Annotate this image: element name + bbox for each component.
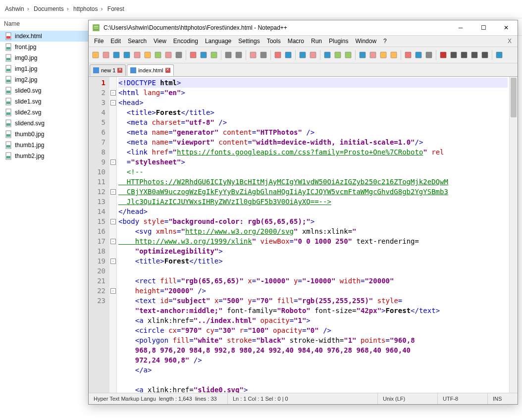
breadcrumb-seg[interactable]: Documents — [32, 5, 66, 12]
file-row[interactable]: img2.jpg — [0, 74, 88, 85]
close-button[interactable]: ✕ — [495, 20, 518, 35]
menu-file[interactable]: File — [91, 36, 107, 47]
vertical-scrollbar[interactable] — [509, 77, 518, 394]
tab-close-icon[interactable] — [165, 68, 170, 73]
file-row[interactable]: slidend.svg — [0, 118, 88, 129]
toolbar-button[interactable] — [259, 50, 268, 60]
toolbar-button[interactable] — [389, 50, 399, 60]
code-line[interactable]: <html lang="en"> — [118, 88, 508, 98]
file-row[interactable]: index.html — [0, 31, 88, 42]
minimize-button[interactable]: ─ — [449, 20, 472, 35]
menu-help[interactable]: ? — [380, 36, 390, 47]
toolbar-button[interactable] — [163, 50, 173, 60]
toolbar-button[interactable] — [459, 50, 469, 60]
fold-toggle[interactable]: - — [110, 189, 116, 195]
code-line[interactable]: </a> — [118, 365, 508, 375]
code-line[interactable]: <head> — [118, 98, 508, 107]
menu-tools[interactable]: Tools — [263, 36, 284, 47]
toolbar-button[interactable] — [333, 50, 343, 60]
code-line[interactable]: Jlc3QuIiAzICJUYWxsIHRyZWVzIl0gbGF5b3V0Oi… — [118, 197, 508, 207]
menu-run[interactable]: Run — [308, 36, 325, 47]
toolbar-button[interactable] — [494, 50, 504, 60]
code-line[interactable]: <a xlink:href="../index.html" opacity="1… — [118, 315, 508, 325]
menu-close-x[interactable]: X — [504, 36, 516, 47]
toolbar-button[interactable] — [223, 50, 233, 60]
toolbar-button[interactable] — [248, 50, 258, 60]
editor-tab[interactable]: new 1 — [90, 64, 126, 76]
file-row[interactable]: slide1.svg — [0, 96, 88, 107]
file-row[interactable]: thumb1.jpg — [0, 140, 88, 151]
menu-view[interactable]: View — [150, 36, 170, 47]
toolbar-button[interactable] — [480, 50, 490, 60]
code-line[interactable]: <svg xmlns="http://www.w3.org/2000/svg" … — [118, 226, 508, 236]
menu-encoding[interactable]: Encoding — [170, 36, 202, 47]
code-line[interactable]: <meta name="viewport" content="width=dev… — [118, 137, 508, 147]
editor-tab[interactable]: index.html — [127, 64, 173, 76]
code-line[interactable]: <!DOCTYPE html> — [118, 78, 508, 88]
file-row[interactable]: slide0.svg — [0, 85, 88, 96]
menu-search[interactable]: Search — [124, 36, 150, 47]
toolbar-button[interactable] — [273, 50, 283, 60]
code-line[interactable] — [118, 375, 508, 385]
breadcrumb-seg[interactable]: Ashwin — [3, 5, 26, 12]
code-line[interactable]: "optimizeLegibility"> — [118, 246, 508, 256]
code-line[interactable]: 968,8 976,20 984,8 992,8 980,24 992,40 9… — [118, 345, 508, 355]
code-line[interactable]: <rect fill="rgb(65,65,65)" x="-10000" y=… — [118, 276, 508, 286]
file-row[interactable]: front.jpg — [0, 42, 88, 52]
toolbar-button[interactable] — [122, 50, 132, 60]
menu-window[interactable]: Window — [352, 36, 380, 47]
toolbar-button[interactable] — [234, 50, 244, 60]
menu-settings[interactable]: Settings — [235, 36, 263, 47]
fold-toggle[interactable]: - — [110, 288, 116, 294]
toolbar-button[interactable] — [343, 50, 353, 60]
fold-toggle[interactable]: - — [110, 219, 116, 224]
editor-area[interactable]: 1234567891011121314151617181920212223 --… — [89, 77, 518, 394]
toolbar-button[interactable] — [438, 50, 448, 60]
toolbar-button[interactable] — [209, 50, 219, 60]
code-line[interactable]: http://www.w3.org/1999/xlink" viewBox="0… — [118, 236, 508, 246]
toolbar-button[interactable] — [322, 50, 332, 60]
tab-close-icon[interactable] — [117, 68, 122, 73]
explorer-breadcrumb[interactable]: Ashwin› Documents› httphotos› Forest — [0, 0, 522, 18]
fold-toggle[interactable]: - — [110, 100, 116, 105]
toolbar-button[interactable] — [283, 50, 293, 60]
code-line[interactable]: <link href="https://fonts.googleapis.com… — [118, 147, 508, 157]
code-line[interactable]: <polygon fill="white" stroke="black" str… — [118, 335, 508, 345]
toolbar-button[interactable] — [188, 50, 198, 60]
fold-toggle[interactable]: - — [110, 159, 116, 165]
scrollbar-thumb[interactable] — [511, 78, 517, 117]
code-line[interactable]: <title>Forest</title> — [118, 107, 508, 117]
breadcrumb-seg[interactable]: httphotos — [71, 5, 100, 12]
toolbar-button[interactable] — [449, 50, 459, 60]
toolbar-button[interactable] — [470, 50, 479, 60]
code-line[interactable]: <meta name="generator" content="HTTPhoto… — [118, 127, 508, 137]
toolbar-button[interactable] — [153, 50, 163, 60]
toolbar-button[interactable] — [101, 50, 111, 60]
toolbar-button[interactable] — [199, 50, 209, 60]
toolbar-button[interactable] — [298, 50, 308, 60]
code-area[interactable]: <!DOCTYPE html><html lang="en"><head> <t… — [116, 77, 510, 394]
menu-plugins[interactable]: Plugins — [325, 36, 352, 47]
code-line[interactable]: height="20000" /> — [118, 286, 508, 296]
menu-edit[interactable]: Edit — [107, 36, 124, 47]
code-line[interactable]: 972,24 960,8" /> — [118, 355, 508, 365]
file-row[interactable]: img0.jpg — [0, 52, 88, 63]
toolbar-button[interactable] — [132, 50, 142, 60]
file-row[interactable]: thumb0.jpg — [0, 129, 88, 140]
toolbar-button[interactable] — [424, 50, 434, 60]
code-line[interactable]: ="stylesheet"> — [118, 157, 508, 167]
toolbar-button[interactable] — [358, 50, 367, 60]
code-line[interactable]: <!-- — [118, 167, 508, 177]
file-row[interactable]: thumb2.jpg — [0, 151, 88, 161]
code-line[interactable]: <body style="background-color: rgb(65,65… — [118, 216, 508, 226]
column-name-header[interactable]: Name — [4, 20, 20, 27]
file-row[interactable]: img1.jpg — [0, 63, 88, 74]
fold-margin[interactable]: -------- — [109, 77, 117, 394]
menu-language[interactable]: Language — [202, 36, 235, 47]
toolbar-button[interactable] — [308, 50, 318, 60]
code-line[interactable]: HTTPhotos://W2RhdGU6ICIyNy1BcHItMjAyMCIg… — [118, 177, 508, 187]
toolbar-button[interactable] — [143, 50, 153, 60]
fold-toggle[interactable]: - — [110, 239, 116, 244]
toolbar-button[interactable] — [91, 50, 101, 60]
toolbar-button[interactable] — [174, 50, 184, 60]
